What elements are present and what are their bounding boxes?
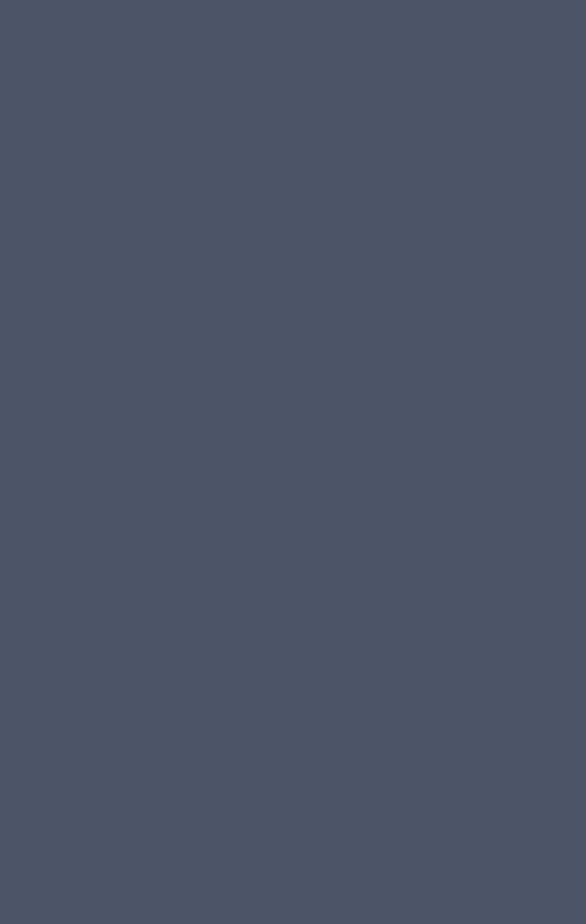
addon-list <box>83 10 503 914</box>
